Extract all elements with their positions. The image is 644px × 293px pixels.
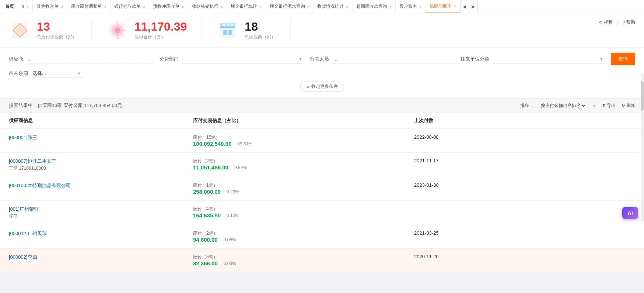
data-table: 供应商信息 应付交易信息（占比） 上次付数 [000001]张三 应付（15笔）… [0,113,644,272]
nav-tab-cash-stat[interactable]: 现金银行统计 × [227,0,266,13]
balance-filter-select[interactable]: 选择... [31,69,83,77]
unit-class-filter-select[interactable] [492,55,605,63]
video-link[interactable]: ⊙ 视频 [599,19,613,25]
balance-select-wrap: 选择... ▼ [31,69,83,78]
stat-payable-amount: 11,170.39 应付合计（万） [106,19,202,41]
chevron-down-icon: ▼ [592,104,596,108]
stat-total-suppliers: 18 总供应商（家） [217,19,291,41]
query-button[interactable]: 查询 [611,53,635,65]
stat-payable-amount-label: 应付合计（万） [134,34,187,40]
nav-prev-button[interactable]: ◀ [460,0,469,13]
refresh-icon: ↻ [622,103,625,108]
svg-rect-12 [223,30,227,35]
person-filter-label: 分管人员 [310,56,329,62]
supplier-link[interactable]: [000002]李四 [9,254,37,260]
export-button[interactable]: ⬆ 导出 [602,103,616,109]
filter-dept: 分管部门 ▼ [160,55,304,63]
close-icon[interactable]: × [221,4,223,9]
header-actions: ⊙ 视频 | ? 帮助 [599,19,635,25]
person-filter-input[interactable] [332,55,455,63]
nav-tab-supplier-book[interactable]: 供应商账本 × [426,0,460,13]
nav-tab-pre-collect[interactable]: 预收冲应收单 × [149,0,188,13]
tx-amount[interactable]: 32,366.00 [193,260,218,266]
divider: | [617,19,618,25]
unit-class-filter-label: 往来单位分类 [461,56,489,62]
col-tx-info: 应付交易信息（占比） [193,117,414,124]
sort-label: 排序： [520,103,533,109]
close-icon[interactable]: × [307,4,309,9]
last-pay-cell: 2023-01-30 [414,182,635,188]
nav-tab-3[interactable]: 3 × [18,0,33,13]
tx-amount[interactable]: 94,600.00 [193,237,218,243]
tx-amount[interactable]: 11,051,486.00 [193,164,228,170]
supplier-link[interactable]: [000012]广州贝瑞 [9,231,47,236]
supplier-info-cell: [000012]广州贝瑞 [9,230,193,237]
help-icon: ? [623,20,625,25]
nav-tab-verify[interactable]: 收款核销执行 × [188,0,227,13]
scrollbar-thumb[interactable] [641,81,644,111]
nav-tab-bank-deposit[interactable]: 银行存取款单 × [111,0,149,13]
nav-tab-home-label: 首页 [5,3,14,10]
sort-select[interactable]: 按应付余额倒序排序 [539,103,587,108]
supplier-link[interactable]: [000007]恒旺二手叉车 [9,158,56,164]
ai-button[interactable]: Ai [622,207,638,219]
refresh-button[interactable]: ↻ 刷新 [622,103,635,109]
nav-tab-adjust[interactable]: 应收应付调整单 × [67,0,111,13]
close-icon[interactable]: × [61,4,63,9]
nav-tab-overdue-label: 超期应收款查询 [356,3,387,10]
nav-next-button[interactable]: ▶ [469,0,478,13]
close-icon[interactable]: × [346,4,348,9]
last-pay-date: 2023-01-30 [414,182,439,188]
dept-filter-select[interactable] [182,55,304,63]
nav-tab-collect-stat[interactable]: 收款情况统计 × [314,0,352,13]
stat-payable-suppliers-number: 13 [37,20,77,33]
chevron-up-icon: ∧ [307,84,310,89]
supplier-sub: 仔仔 [9,213,193,220]
tx-info-cell: 应付（2笔） 94,600.00 0.08% [193,230,414,243]
tx-info-cell: 应付（15笔） 100,092,540.00 89.61% [193,134,414,147]
tx-amount[interactable]: 258,000.00 [193,189,221,195]
close-icon[interactable]: × [182,4,184,9]
tx-info: 94,600.00 0.08% [193,237,414,243]
supplier-link[interactable]: [000001]张三 [9,135,37,140]
tx-label: 应付（15笔） [193,134,414,141]
video-icon: ⊙ [599,20,603,25]
supplier-link[interactable]: [001]广州荣轩 [9,206,39,212]
tx-amount[interactable]: 164,635.90 [193,212,221,218]
stat-payable-suppliers-info: 13 总应付供应商（家） [37,20,77,40]
last-pay-date: 2022-08-08 [414,134,439,140]
supplier-info-cell: [000001]张三 [9,134,193,141]
result-bar: 搜索结果中，供应商13家 应付金额 111,703,854.00元 排序： 按应… [0,99,644,113]
close-icon[interactable]: × [389,4,392,9]
col-supplier-info: 供应商信息 [9,117,193,124]
close-icon[interactable]: × [419,4,421,9]
close-icon[interactable]: × [454,4,456,8]
nav-tab-customer-book[interactable]: 客户账本 × [396,0,426,13]
video-label: 视频 [604,19,613,25]
scrollbar-track[interactable] [641,74,644,221]
supplier-link[interactable]: [000100]本特勤油品有限公司 [9,183,71,188]
supplier-filter-input[interactable] [26,55,154,63]
dept-filter-label: 分管部门 [160,56,179,62]
tx-label: 应付（4笔） [193,206,414,212]
close-icon[interactable]: × [143,4,145,9]
nav-tab-home[interactable]: 首页 [1,0,18,13]
help-link[interactable]: ? 帮助 [623,19,635,25]
export-label: 导出 [607,103,616,109]
tx-amount[interactable]: 100,092,540.00 [193,141,231,147]
close-icon[interactable]: × [104,4,106,9]
close-icon[interactable]: × [259,4,262,9]
tx-info-cell: 应付（5笔） 32,366.00 0.03% [193,254,414,266]
filter-row-1: 供应商 分管部门 ▼ 分管人员 往来单位分类 ▼ [9,53,635,65]
collapse-button[interactable]: ∧ 收起更多条件 [300,82,344,92]
nav-tab-other-income[interactable]: 其他收入单 × [33,0,67,13]
nav-tab-overdue[interactable]: 超期应收款查询 × [353,0,396,13]
nav-tab-cash-flow[interactable]: 现金银行流水查询 × [266,0,314,13]
nav-tab-other-income-label: 其他收入单 [36,3,59,10]
nav-tab-3-close[interactable]: × [27,4,29,9]
tx-percent: 0.15% [227,213,239,218]
last-pay-cell: 2021-11-17 [414,158,635,163]
col-last-pay: 上次付数 [414,117,635,124]
tx-label: 应付（5笔） [193,254,414,260]
filter-row-2: 往来余额 选择... ▼ [9,69,635,78]
